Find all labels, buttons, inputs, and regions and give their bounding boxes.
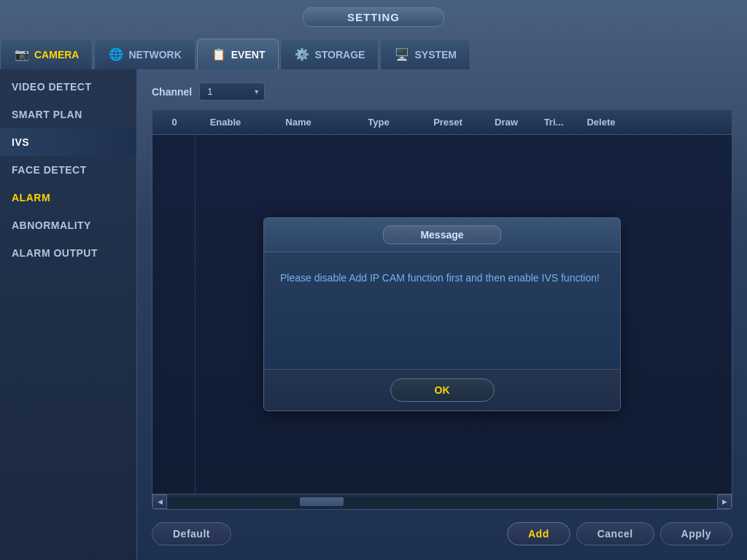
sidebar: VIDEO DETECT SMART PLAN IVS FACE DETECT …: [0, 69, 137, 560]
col-header-draw: Draw: [481, 114, 532, 130]
scroll-left-arrow[interactable]: ◀: [152, 494, 167, 509]
col-header-0: 0: [152, 114, 196, 130]
event-icon: 📋: [211, 47, 227, 63]
main-layout: VIDEO DETECT SMART PLAN IVS FACE DETECT …: [0, 69, 747, 560]
col-header-type: Type: [342, 114, 415, 130]
dialog-title: Message: [383, 225, 500, 244]
tab-network[interactable]: 🌐 NETWORK: [94, 39, 195, 69]
tab-storage[interactable]: ⚙️ STORAGE: [280, 39, 379, 69]
sidebar-item-smart-plan[interactable]: SMART PLAN: [0, 101, 136, 128]
tab-storage-label: STORAGE: [314, 49, 365, 61]
tab-system-label: SYSTEM: [414, 49, 457, 61]
dialog-message: Please disable Add IP CAM function first…: [280, 270, 604, 286]
table-header: 0 Enable Name Type Preset Draw Tri... De…: [152, 110, 732, 135]
table-body: Message Please disable Add IP CAM functi…: [152, 135, 732, 508]
channel-select-wrapper: 1 2 3 4: [199, 82, 265, 101]
scroll-track[interactable]: [169, 497, 716, 506]
tab-camera[interactable]: 📷 CAMERA: [0, 39, 93, 69]
col-header-tri: Tri...: [532, 114, 576, 130]
col-header-enable: Enable: [196, 114, 255, 130]
sidebar-item-abnormality[interactable]: ABNORMALITY: [0, 211, 136, 239]
tab-system[interactable]: 🖥️ SYSTEM: [380, 39, 471, 69]
dialog-box: Message Please disable Add IP CAM functi…: [263, 217, 621, 411]
tab-network-label: NETWORK: [128, 49, 181, 61]
sidebar-item-face-detect[interactable]: FACE DETECT: [0, 156, 136, 184]
ok-button[interactable]: OK: [390, 378, 495, 402]
apply-button[interactable]: Apply: [660, 522, 732, 545]
camera-icon: 📷: [14, 47, 30, 63]
table-container: 0 Enable Name Type Preset Draw Tri... De…: [152, 109, 732, 510]
bottom-bar: Default Add Cancel Apply: [152, 518, 732, 549]
scroll-right-arrow[interactable]: ▶: [717, 494, 732, 509]
sidebar-item-ivs[interactable]: IVS: [0, 128, 136, 156]
network-icon: 🌐: [108, 47, 124, 63]
sidebar-item-alarm-output[interactable]: ALARM OUTPUT: [0, 239, 136, 267]
channel-row: Channel 1 2 3 4: [152, 82, 732, 101]
sidebar-item-alarm[interactable]: ALARM: [0, 184, 136, 211]
col-header-delete: Delete: [576, 114, 627, 130]
sidebar-item-video-detect[interactable]: VIDEO DETECT: [0, 73, 136, 101]
cancel-button[interactable]: Cancel: [576, 522, 654, 545]
nav-tabs: 📷 CAMERA 🌐 NETWORK 📋 EVENT ⚙️ STORAGE 🖥️…: [0, 29, 747, 69]
dialog-content: Please disable Add IP CAM function first…: [264, 252, 620, 369]
scroll-thumb[interactable]: [300, 497, 344, 506]
tab-event-label: EVENT: [231, 49, 266, 61]
content-area: Channel 1 2 3 4 0 Enable Name Type Prese…: [137, 69, 747, 560]
tab-camera-label: CAMERA: [34, 49, 79, 61]
title-bar: SETTING: [0, 0, 747, 29]
dialog-overlay: Message Please disable Add IP CAM functi…: [152, 135, 732, 494]
action-buttons: Add Cancel Apply: [507, 522, 732, 545]
channel-select[interactable]: 1 2 3 4: [199, 82, 265, 101]
dialog-title-bar: Message: [264, 218, 620, 252]
col-header-preset: Preset: [415, 114, 481, 130]
system-icon: 🖥️: [394, 47, 410, 63]
dialog-footer: OK: [264, 369, 620, 411]
page-title: SETTING: [303, 7, 444, 27]
tab-event[interactable]: 📋 EVENT: [197, 39, 279, 69]
add-button[interactable]: Add: [507, 522, 570, 545]
default-button[interactable]: Default: [152, 522, 231, 545]
storage-icon: ⚙️: [294, 47, 310, 63]
scrollbar[interactable]: ◀ ▶: [152, 494, 732, 508]
col-header-name: Name: [255, 114, 342, 130]
channel-label: Channel: [152, 86, 192, 98]
